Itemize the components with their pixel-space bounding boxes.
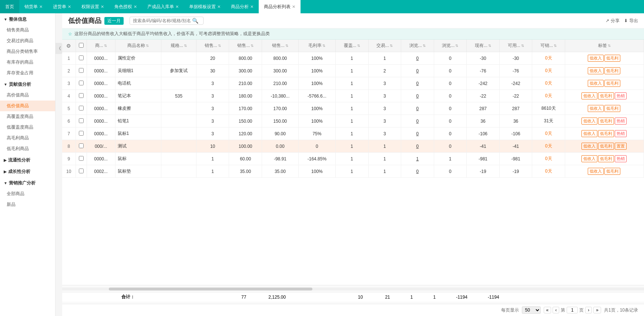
last-page-button[interactable]: » xyxy=(593,307,601,313)
nav-close-inventory[interactable]: ✕ xyxy=(175,4,179,9)
sidebar-item-category-rate[interactable]: 商品分类销售率 xyxy=(0,46,55,57)
page-input[interactable] xyxy=(567,307,578,313)
sidebar-item-sales-goods[interactable]: 销售类商品 xyxy=(0,25,55,35)
sidebar-item-high-coverage[interactable]: 高覆盖度商品 xyxy=(0,111,55,122)
nav-close-permission[interactable]: ✕ xyxy=(101,4,104,9)
sidebar-item-low-coverage[interactable]: 低覆盖度商品 xyxy=(0,122,55,133)
per-page-select[interactable]: 50 100 200 xyxy=(522,306,541,314)
row-checkbox[interactable] xyxy=(79,81,84,85)
row-checkbox[interactable] xyxy=(79,156,84,161)
period-tag-button[interactable]: 近一月 xyxy=(104,17,124,25)
td-checkbox[interactable] xyxy=(76,128,87,140)
nav-item-analysis[interactable]: 商品分析 ✕ xyxy=(226,0,259,13)
th-code[interactable]: 商...⇅ xyxy=(87,40,115,52)
th-view1[interactable]: 浏览...⇅ xyxy=(401,40,434,52)
nav-item-purchase[interactable]: 进货单 ✕ xyxy=(48,0,76,13)
search-input[interactable] xyxy=(133,18,192,23)
row-checkbox[interactable] xyxy=(79,68,84,73)
td-checkbox[interactable] xyxy=(76,102,87,115)
td-view1[interactable]: 0 xyxy=(401,115,434,128)
td-checkbox[interactable] xyxy=(76,140,87,153)
sidebar-group-marketing[interactable]: ▼ 营销推广分析 xyxy=(0,177,55,188)
sidebar-item-new-goods[interactable]: 新品 xyxy=(0,199,55,210)
nav-item-sales[interactable]: 销货单 ✕ xyxy=(19,0,48,13)
th-sales-amount[interactable]: 销售...⇅ xyxy=(229,40,262,52)
nav-close-purchase[interactable]: ✕ xyxy=(68,4,71,9)
th-tags[interactable]: 标签⇅ xyxy=(565,40,644,52)
th-gross-margin[interactable]: 毛利率⇅ xyxy=(298,40,335,52)
search-icon[interactable]: 🔍 xyxy=(192,18,198,24)
th-sales-qty[interactable]: 销售...⇅ xyxy=(196,40,229,52)
td-view1[interactable]: 0 xyxy=(401,102,434,115)
nav-item-template[interactable]: 单据模板设置 ✕ xyxy=(184,0,226,13)
td-view1[interactable]: 0 xyxy=(401,90,434,102)
td-checkbox[interactable] xyxy=(76,65,87,77)
td-view1[interactable]: 0 xyxy=(401,52,434,65)
sidebar-item-stock-goods[interactable]: 有库存的商品 xyxy=(0,57,55,68)
td-checkbox[interactable] xyxy=(76,165,87,178)
td-checkbox[interactable] xyxy=(76,90,87,102)
first-page-button[interactable]: « xyxy=(544,307,551,313)
sidebar-item-high-margin[interactable]: 高毛利商品 xyxy=(0,133,55,143)
row-checkbox[interactable] xyxy=(79,143,84,148)
row-checkbox[interactable] xyxy=(79,118,84,123)
row-checkbox[interactable] xyxy=(79,169,84,173)
sidebar-item-high-value[interactable]: 高价值商品 xyxy=(0,90,55,101)
tag-label: 热销 xyxy=(615,92,627,99)
th-coverage[interactable]: 覆盖...⇅ xyxy=(335,40,368,52)
td-view1[interactable]: 0 xyxy=(401,65,434,77)
nav-item-analysis-list[interactable]: 商品分析列表 ✕ xyxy=(259,0,301,13)
sidebar-group-growth[interactable]: ▶ 成长性分析 xyxy=(0,166,55,177)
row-checkbox[interactable] xyxy=(79,131,84,136)
td-view1[interactable]: 0 xyxy=(401,140,434,153)
th-sales-profit[interactable]: 销售...⇅ xyxy=(262,40,298,52)
nav-close-role[interactable]: ✕ xyxy=(134,4,137,9)
next-page-button[interactable]: › xyxy=(585,307,592,313)
nav-close-analysis[interactable]: ✕ xyxy=(250,4,254,9)
nav-item-inventory[interactable]: 产成品入库单 ✕ xyxy=(142,0,184,13)
sidebar-item-low-value[interactable]: 低价值商品 xyxy=(0,101,55,111)
nav-close-analysis-list[interactable]: ✕ xyxy=(292,4,295,9)
row-checkbox[interactable] xyxy=(79,93,84,98)
settings-icon[interactable]: ⚙ xyxy=(66,43,71,49)
sidebar-group-contribution[interactable]: ▼ 贡献值分析 xyxy=(0,78,55,90)
th-available[interactable]: 可用...⇅ xyxy=(499,40,532,52)
nav-item-role[interactable]: 角色授权 ✕ xyxy=(109,0,142,13)
th-sellable[interactable]: 可销...⇅ xyxy=(532,40,565,52)
td-checkbox[interactable] xyxy=(76,115,87,128)
nav-item-permission[interactable]: 权限设置 ✕ xyxy=(76,0,109,13)
row-checkbox[interactable] xyxy=(79,106,84,111)
th-spec[interactable]: 规格...⇅ xyxy=(161,40,197,52)
td-view1[interactable]: 0 xyxy=(401,128,434,140)
th-current-stock[interactable]: 现有...⇅ xyxy=(467,40,500,52)
export-button[interactable]: ⬇ 导出 xyxy=(624,18,638,24)
th-settings[interactable]: ⚙ xyxy=(62,40,76,52)
table-wrapper[interactable]: ⚙ 商...⇅ 商品名称⇅ 规格...⇅ 销售...⇅ 销售...⇅ 销售...… xyxy=(62,40,644,285)
prev-page-button[interactable]: ‹ xyxy=(553,307,559,313)
nav-close-sales[interactable]: ✕ xyxy=(39,4,43,9)
th-name[interactable]: 商品名称⇅ xyxy=(115,40,161,52)
td-sales-qty: 3 xyxy=(196,90,229,102)
sidebar-item-low-margin[interactable]: 低毛利商品 xyxy=(0,143,55,154)
th-checkbox[interactable] xyxy=(76,40,87,52)
td-checkbox[interactable] xyxy=(76,77,87,90)
td-available: -22 xyxy=(499,90,532,102)
share-button[interactable]: ↗ 分享 xyxy=(606,18,620,24)
nav-item-home[interactable]: 首页 xyxy=(0,0,19,13)
td-checkbox[interactable] xyxy=(76,52,87,65)
td-checkbox[interactable] xyxy=(76,153,87,165)
nav-close-template[interactable]: ✕ xyxy=(217,4,221,9)
sidebar-item-all-goods[interactable]: 全部商品 xyxy=(0,188,55,199)
sidebar-item-traded[interactable]: 交易过的商品 xyxy=(0,35,55,46)
sidebar-item-capital[interactable]: 库存资金占用 xyxy=(0,68,55,78)
row-checkbox[interactable] xyxy=(79,55,84,60)
th-view2[interactable]: 浏览...⇅ xyxy=(434,40,467,52)
td-view1[interactable]: 0 xyxy=(401,165,434,178)
td-view1[interactable]: 0 xyxy=(401,77,434,90)
sidebar-group-flow[interactable]: ▶ 流通性分析 xyxy=(0,154,55,166)
th-trade[interactable]: 交易...⇅ xyxy=(368,40,401,52)
td-view1[interactable]: 1 xyxy=(401,153,434,165)
select-all-checkbox[interactable] xyxy=(79,43,84,48)
sidebar-group-overview[interactable]: ▼ 整体信息 xyxy=(0,13,55,25)
sidebar-collapse-button[interactable]: 《 xyxy=(56,43,62,54)
